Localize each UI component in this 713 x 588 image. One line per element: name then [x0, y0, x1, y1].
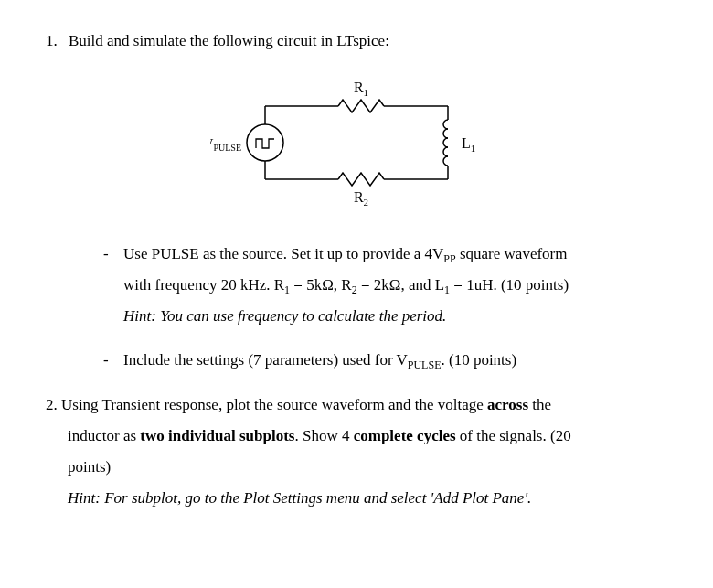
bullet-2: - Include the settings (7 parameters) us… — [123, 345, 640, 376]
q1-text: Build and simulate the following circuit… — [69, 32, 389, 49]
q2-line2: inductor as two individual subplots. Sho… — [46, 421, 640, 452]
bullet1-line1: Use PULSE as the source. Set it up to pr… — [123, 245, 567, 262]
question-1-intro: 1. Build and simulate the following circ… — [46, 27, 667, 56]
bullet2-text: Include the settings (7 parameters) used… — [123, 351, 516, 369]
circuit-svg: R1 R2 L1 VPULSE — [210, 69, 503, 216]
bullet-dash: - — [103, 345, 109, 376]
bullet1-line2: with frequency 20 kHz. R1 = 5kΩ, R2 = 2k… — [123, 276, 569, 294]
q2-line1: Using Transient response, plot the sourc… — [61, 396, 551, 413]
r2-label: R2 — [354, 189, 368, 208]
q2-hint: Hint: For subplot, go to the Plot Settin… — [46, 483, 640, 514]
bullet-dash: - — [103, 239, 109, 270]
vpulse-label: VPULSE — [210, 137, 241, 153]
r1-label: R1 — [354, 80, 368, 98]
question-2: 2. Using Transient response, plot the so… — [46, 390, 667, 514]
q1-number: 1. — [46, 32, 58, 49]
circuit-diagram: R1 R2 L1 VPULSE — [46, 69, 667, 216]
q2-number: 2. — [46, 396, 58, 413]
q1-bullets: - Use PULSE as the source. Set it up to … — [46, 239, 667, 377]
bullet-1: - Use PULSE as the source. Set it up to … — [123, 239, 640, 333]
q2-line3: points) — [46, 452, 640, 483]
l1-label: L1 — [462, 135, 475, 154]
bullet1-hint: Hint: You can use frequency to calculate… — [123, 307, 446, 325]
svg-point-8 — [247, 124, 283, 161]
